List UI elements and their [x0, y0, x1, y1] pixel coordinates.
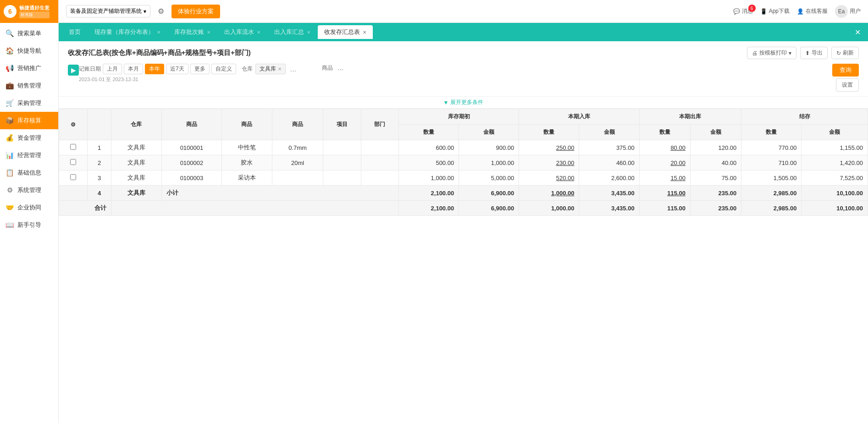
row-check-input-0[interactable]: [70, 144, 76, 150]
row-open-amt-2: 5,000.00: [459, 170, 519, 186]
th-closing-group: 结存: [741, 109, 868, 125]
sidebar-item-search[interactable]: 🔍 搜索菜单: [0, 25, 58, 42]
date-cur-month-btn[interactable]: 本月: [124, 64, 143, 74]
tab-bar-close-btn[interactable]: ✕: [851, 26, 864, 38]
date-cur-year-btn[interactable]: 本年: [145, 64, 164, 74]
tab-in-out-summary[interactable]: 出入库汇总✕: [268, 25, 317, 39]
sidebar-item-cooperation[interactable]: 🤝 企业协同: [0, 199, 58, 216]
sidebar-logo: 6 畅捷通好生意 标准版: [0, 0, 58, 23]
inventory-icon: 📦: [6, 116, 14, 125]
subtotal-close-amt: 10,100.00: [802, 186, 868, 201]
row-checkbox-2[interactable]: [59, 170, 88, 186]
warehouse-ellipsis[interactable]: ...: [288, 65, 298, 73]
sidebar-item-label: 销售管理: [17, 82, 41, 90]
tab-close-recv-send-summary[interactable]: ✕: [363, 30, 366, 35]
row-checkbox-0[interactable]: [59, 140, 88, 155]
row-name-1: 胶水: [222, 155, 272, 170]
sidebar-item-quick-nav[interactable]: 🏠 快捷导航: [0, 42, 58, 60]
sidebar-item-basic-info[interactable]: 📋 基础信息: [0, 164, 58, 181]
subtotal-num: 4: [88, 186, 111, 201]
query-action-group: 查询 设置: [832, 64, 859, 92]
tab-in-out-flow[interactable]: 出入库流水✕: [218, 25, 267, 39]
date-more-btn[interactable]: 更多: [190, 64, 210, 74]
total-open-qty: 2,100.00: [399, 201, 459, 216]
th-settings[interactable]: ⚙: [59, 109, 88, 140]
row-out-qty-2[interactable]: 15.00: [639, 170, 690, 186]
app-download-btn[interactable]: 📱 App下载: [760, 7, 790, 15]
top-header: 装备及固定资产辅助管理系统 ▾ ⚙ 体验行业方案 💬 消息 6 📱 App下载 …: [59, 0, 868, 23]
setting-btn[interactable]: 设置: [836, 78, 859, 92]
finance-icon: 💰: [6, 134, 14, 142]
tab-close-in-out-summary[interactable]: ✕: [307, 30, 310, 35]
total-out-amt: 235.00: [690, 201, 741, 216]
row-checkbox-1[interactable]: [59, 155, 88, 170]
export-icon: ⬆: [805, 50, 810, 56]
tab-home[interactable]: 首页: [62, 25, 87, 39]
settings-icon-btn[interactable]: ⚙: [158, 7, 164, 16]
row-warehouse-0: 文具库: [111, 140, 161, 155]
sidebar-item-guide[interactable]: 📖 新手引导: [0, 216, 58, 234]
row-code-2: 0100003: [161, 170, 221, 186]
th-out-qty: 数量: [639, 125, 690, 140]
row-open-qty-2: 1,000.00: [399, 170, 459, 186]
tab-close-in-out-flow[interactable]: ✕: [257, 30, 260, 35]
total-open-amt: 6,900.00: [459, 201, 519, 216]
table-row: 2 文具库 0100002 胶水 20ml 500.00 1,000.00 23…: [59, 155, 868, 170]
subtotal-in-qty: 1,000.00: [519, 186, 579, 201]
sidebar-item-sales[interactable]: 💼 销售管理: [0, 77, 58, 94]
subtotal-open-qty: 2,100.00: [399, 186, 459, 201]
date-prev-month-btn[interactable]: 上月: [103, 64, 122, 74]
total-close-amt: 10,100.00: [802, 201, 868, 216]
row-check-input-2[interactable]: [70, 174, 76, 180]
row-in-qty-0[interactable]: 250.00: [519, 140, 579, 155]
messages-btn[interactable]: 💬 消息 6: [733, 7, 753, 15]
row-check-input-1[interactable]: [70, 159, 76, 165]
row-project-1: [323, 155, 361, 170]
print-btn[interactable]: 🖨 按模板打印 ▾: [747, 47, 796, 59]
expand-conditions-btn[interactable]: ▼ 展开更多条件: [443, 99, 484, 106]
warehouse-label: 仓库: [242, 65, 253, 73]
row-out-qty-1[interactable]: 20.00: [639, 155, 690, 170]
system-title-dropdown[interactable]: 装备及固定资产辅助管理系统 ▾: [66, 5, 150, 17]
query-btn[interactable]: 查询: [832, 64, 859, 77]
sidebar-item-operations[interactable]: 📊 经营管理: [0, 147, 58, 164]
row-warehouse-2: 文具库: [111, 170, 161, 186]
row-out-qty-0[interactable]: 80.00: [639, 140, 690, 155]
sidebar-item-purchase[interactable]: 🛒 采购管理: [0, 94, 58, 112]
goods-ellipsis[interactable]: ...: [336, 64, 345, 72]
subtotal-close-qty: 2,985.00: [741, 186, 802, 201]
tab-recv-send-summary[interactable]: 收发存汇总表✕: [318, 25, 373, 39]
sidebar-item-inventory[interactable]: 📦 库存核算: [0, 112, 58, 129]
row-in-amt-1: 460.00: [579, 155, 639, 170]
row-close-qty-0: 770.00: [741, 140, 802, 155]
date-7days-btn[interactable]: 近7天: [166, 64, 188, 74]
refresh-btn[interactable]: ↻ 刷新: [831, 47, 859, 59]
sidebar-item-marketing[interactable]: 📢 营销推广: [0, 60, 58, 77]
header-right: 💬 消息 6 📱 App下载 👤 在线客服 Ea 用户: [733, 5, 861, 18]
service-icon: 👤: [797, 8, 804, 15]
row-in-qty-2[interactable]: 520.00: [519, 170, 579, 186]
tab-close-batch-ledger[interactable]: ✕: [207, 30, 210, 35]
tab-inventory-dist[interactable]: 现存量（库存分布表）✕: [88, 25, 167, 39]
phone-icon: 📱: [760, 8, 767, 15]
filter-toggle-btn[interactable]: ▶: [68, 65, 79, 76]
warehouse-tag[interactable]: 文具库 ✕: [255, 64, 286, 74]
experience-btn[interactable]: 体验行业方案: [171, 5, 220, 18]
user-label: 用户: [850, 7, 861, 15]
warehouse-tag-close[interactable]: ✕: [278, 66, 282, 71]
tab-close-inventory-dist[interactable]: ✕: [157, 30, 160, 35]
sidebar-item-system[interactable]: ⚙ 系统管理: [0, 181, 58, 199]
user-btn[interactable]: Ea 用户: [835, 5, 861, 18]
row-in-qty-1[interactable]: 230.00: [519, 155, 579, 170]
row-close-amt-0: 1,155.00: [802, 140, 868, 155]
total-label-cell: 合计: [59, 201, 111, 216]
export-btn[interactable]: ⬆ 导出: [800, 47, 828, 59]
th-out-amt: 金额: [690, 125, 741, 140]
sidebar-item-finance[interactable]: 💰 资金管理: [0, 129, 58, 147]
row-dept-1: [361, 155, 398, 170]
online-service-btn[interactable]: 👤 在线客服: [797, 7, 828, 15]
date-custom-btn[interactable]: 自定义: [211, 64, 236, 74]
tab-batch-ledger[interactable]: 库存批次账✕: [168, 25, 217, 39]
sidebar-item-label: 基础信息: [17, 169, 41, 177]
sales-icon: 💼: [6, 82, 14, 90]
